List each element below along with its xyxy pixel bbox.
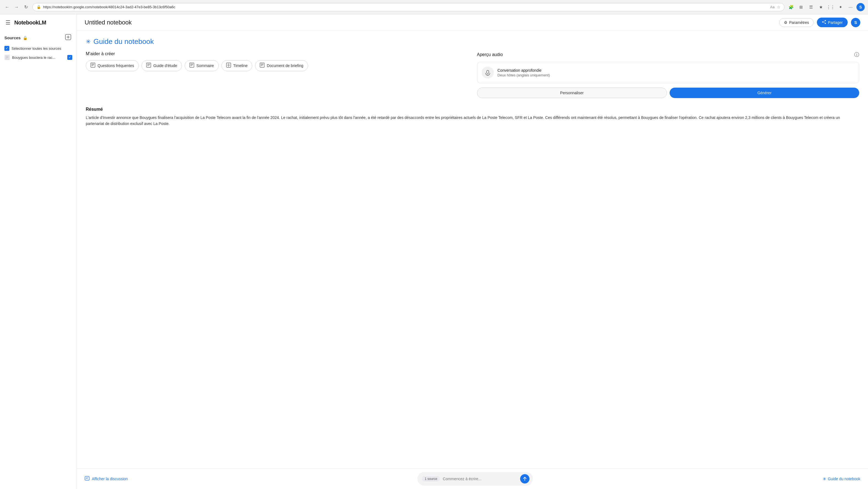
guide-du-notebook-link[interactable]: ✳ Guide du notebook [823,477,860,482]
audio-section: Aperçu audio ⓘ Conversation appr [477,51,860,98]
share-button[interactable]: Partager [817,18,848,27]
audio-card: Conversation approfondie Deux hôtes (ang… [477,62,860,83]
browser-chrome: ← → ↻ 🔒 https://notebooklm.google.com/no… [0,0,868,14]
guide-header: ✳ Guide du notebook [86,37,859,46]
add-source-button[interactable] [64,33,72,42]
sources-lock-icon: 🔒 [23,36,28,40]
chat-send-button[interactable] [520,474,529,484]
audio-title: Aperçu audio [477,52,503,57]
afficher-discussion-button[interactable]: Afficher la discussion [85,476,128,482]
app-logo: NotebookLM [14,20,46,26]
chat-input[interactable] [443,477,517,481]
main-content: Untitled notebook ⚙ Paramètres [77,14,868,489]
helper-section: M'aider à créer Questi [86,51,468,98]
sommaire-button[interactable]: Sommaire [185,60,219,71]
svg-line-10 [823,21,825,22]
url-text: https://notebooklm.google.com/notebook/4… [43,5,768,9]
svg-point-9 [825,23,826,24]
audio-header: Aperçu audio ⓘ [477,51,860,58]
helper-buttons: Questions fréquentes [86,60,468,71]
content-area: ✳ Guide du notebook M'aider à créer [77,31,868,489]
audio-actions: Personnaliser Générer [477,88,860,98]
extensions-icon[interactable]: 🧩 [787,3,795,11]
generer-button[interactable]: Générer [670,88,859,98]
browser-apps-icon[interactable]: ⋮⋮ [827,3,835,11]
svg-rect-12 [91,63,95,67]
timeline-icon [226,63,231,69]
sommaire-icon [189,63,194,69]
star-icon[interactable]: ☆ [777,5,780,10]
guide-link-star-icon: ✳ [823,477,826,482]
audio-card-text: Conversation approfondie Deux hôtes (ang… [498,68,550,77]
chat-input-area: 1 source [417,472,533,486]
menu-icon-button[interactable]: ☰ [4,18,11,27]
guide-etude-icon [146,63,151,69]
bottom-bar: Afficher la discussion 1 source ✳ Guide … [77,468,868,489]
share-icon [822,20,826,25]
source-doc-icon [4,55,10,60]
sources-section-header: Sources 🔒 [0,31,77,44]
sources-label: Sources [4,35,21,40]
resume-section: Résumé L'article d'Investir annonce que … [86,107,859,127]
audio-card-subtitle: Deux hôtes (anglais uniquement) [498,73,550,77]
profile-avatar[interactable]: S [851,18,860,27]
svg-rect-33 [85,477,89,480]
sidebar-toggle-icon[interactable]: ⊞ [797,3,805,11]
favorites-icon[interactable]: ★ [817,3,825,11]
briefing-icon [260,63,265,69]
reader-mode-icon: Aa [770,5,775,9]
nav-buttons: ← → ↻ [3,3,30,11]
document-briefing-button[interactable]: Document de briefing [255,60,308,71]
resume-title: Résumé [86,107,859,112]
timeline-button[interactable]: Timeline [221,60,252,71]
source-label: Bouygues bouclera le rac... [12,56,65,60]
browser-profile-avatar[interactable]: S [857,3,865,11]
source-checkbox[interactable]: ✓ [67,55,72,60]
settings-button[interactable]: ⚙ Paramètres [779,18,814,27]
guide-etude-button[interactable]: Guide d'étude [142,60,182,71]
sources-title-group: Sources 🔒 [4,35,28,40]
sidebar-header: ☰ NotebookLM [0,14,77,31]
back-button[interactable]: ← [3,3,11,11]
settings-gear-icon: ⚙ [784,20,787,25]
sidebar: ☰ NotebookLM Sources 🔒 ✓ Sélectionner to… [0,14,77,489]
two-column-layout: M'aider à créer Questi [86,51,859,98]
copilot-icon[interactable]: ✦ [837,3,844,11]
select-all-checkbox[interactable]: ✓ [4,46,9,51]
top-bar: Untitled notebook ⚙ Paramètres [77,14,868,31]
resume-text: L'article d'Investir annonce que Bouygue… [86,115,859,127]
svg-point-7 [825,20,826,21]
svg-rect-27 [260,63,264,67]
questions-icon [90,63,95,69]
address-bar[interactable]: 🔒 https://notebooklm.google.com/notebook… [32,3,784,11]
audio-card-title: Conversation approfondie [498,68,550,72]
discussion-icon [85,476,90,482]
app-container: ☰ NotebookLM Sources 🔒 ✓ Sélectionner to… [0,14,868,489]
more-options-icon[interactable]: ⋯ [846,3,854,11]
svg-rect-31 [487,70,489,73]
notebook-title[interactable]: Untitled notebook [85,19,132,26]
reading-list-icon[interactable]: ☰ [807,3,815,11]
info-icon[interactable]: ⓘ [854,51,859,58]
guide-star-icon: ✳ [86,38,91,45]
select-all-row[interactable]: ✓ Sélectionner toutes les sources [0,44,77,53]
source-badge: 1 source [422,476,440,482]
personnaliser-button[interactable]: Personnaliser [477,88,667,98]
browser-actions: 🧩 ⊞ ☰ ★ ⋮⋮ ✦ ⋯ S [787,3,865,11]
questions-frequentes-button[interactable]: Questions fréquentes [86,60,139,71]
svg-rect-20 [190,63,194,67]
top-bar-actions: ⚙ Paramètres Partager [779,18,860,27]
forward-button[interactable]: → [13,3,20,11]
helper-section-title: M'aider à créer [86,51,468,56]
audio-card-icon [482,66,494,79]
svg-rect-16 [147,63,151,67]
source-item[interactable]: Bouygues bouclera le rac... ✓ [0,53,77,62]
svg-point-8 [822,22,823,23]
select-all-label: Sélectionner toutes les sources [11,47,61,51]
svg-line-11 [823,22,825,23]
reload-button[interactable]: ↻ [22,3,30,11]
lock-icon: 🔒 [36,5,41,9]
guide-title: Guide du notebook [93,37,154,46]
